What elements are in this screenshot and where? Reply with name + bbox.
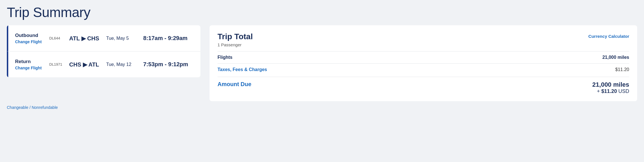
outbound-flight-row: Outbound Change Flight DL644 ATL ▶ CHS T… — [7, 25, 200, 51]
return-time: 7:53pm - 9:12pm — [143, 61, 200, 68]
amount-due-usd: + $11.20 USD — [592, 88, 629, 94]
flights-label: Flights — [218, 55, 232, 60]
return-change-flight-link[interactable]: Change Flight — [15, 66, 49, 70]
return-label: Return Change Flight — [15, 59, 49, 70]
outbound-cabin: Main — [200, 41, 200, 45]
return-flight-info: DL1971 CHS ▶ ATL Tue, May 12 7:53pm - 9:… — [49, 57, 200, 72]
trip-summary-panel: Trip Total Currency Calculator 1 Passeng… — [210, 25, 637, 101]
outbound-nonstop: Nonstop, 1h 12m — [200, 31, 200, 41]
summary-header: Trip Total Currency Calculator — [218, 32, 629, 41]
return-flight-row: Return Change Flight DL1971 CHS ▶ ATL Tu… — [7, 51, 200, 77]
outbound-direction: Outbound — [15, 33, 49, 38]
outbound-flight-number: DL644 — [49, 36, 69, 40]
trip-total-label: Trip Total — [218, 32, 253, 41]
return-flight-number: DL1971 — [49, 62, 69, 67]
amount-due-usd-unit: USD — [618, 88, 629, 94]
amount-due-miles-unit: miles — [613, 81, 629, 88]
taxes-line: Taxes, Fees & Charges $11.20 — [218, 63, 629, 76]
flights-line: Flights 21,000 miles — [218, 51, 629, 63]
outbound-label: Outbound Change Flight — [15, 33, 49, 44]
outbound-change-flight-link[interactable]: Change Flight — [15, 40, 49, 44]
amount-due-label: Amount Due — [218, 81, 251, 88]
page-title: Trip Summary — [7, 5, 637, 20]
outbound-time: 8:17am - 9:29am — [143, 35, 200, 41]
outbound-route: ATL ▶ CHS — [69, 35, 106, 42]
return-date: Tue, May 12 — [106, 62, 143, 67]
currency-calculator-link[interactable]: Currency Calculator — [588, 34, 629, 39]
amount-due-section: Amount Due 21,000 miles + $11.20 USD — [218, 77, 629, 94]
passenger-count: 1 Passenger — [218, 42, 629, 47]
flights-panel: Outbound Change Flight DL644 ATL ▶ CHS T… — [7, 25, 200, 77]
amount-due-usd-amount: $11.20 — [601, 88, 617, 94]
return-cabin: Main — [200, 67, 200, 72]
amount-due-miles-number: 21,000 — [592, 81, 611, 88]
flights-value: 21,000 miles — [602, 55, 629, 60]
changeable-note: Changeable / Nonrefundable — [7, 105, 637, 110]
outbound-date: Tue, May 5 — [106, 36, 143, 41]
taxes-label: Taxes, Fees & Charges — [218, 67, 267, 72]
return-meta: Nonstop, 1h 19m Main — [200, 57, 200, 72]
outbound-meta: Nonstop, 1h 12m Main — [200, 31, 200, 45]
amount-due-miles: 21,000 miles — [592, 81, 629, 88]
return-nonstop: Nonstop, 1h 19m — [200, 57, 200, 67]
return-route: CHS ▶ ATL — [69, 61, 106, 68]
return-direction: Return — [15, 59, 49, 65]
amount-due-value: 21,000 miles + $11.20 USD — [592, 81, 629, 94]
taxes-value: $11.20 — [615, 67, 629, 72]
outbound-flight-info: DL644 ATL ▶ CHS Tue, May 5 8:17am - 9:29… — [49, 31, 200, 45]
